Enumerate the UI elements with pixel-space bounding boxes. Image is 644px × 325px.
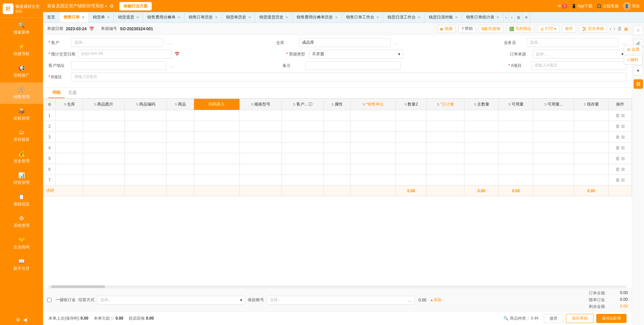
horizontal-scrollbar[interactable] — [48, 285, 627, 288]
sidebar-settings-icon[interactable]: ⚙ — [16, 317, 21, 322]
table-cell[interactable] — [56, 143, 83, 153]
list-view-icon[interactable]: ☰ — [618, 27, 621, 31]
table-cell[interactable] — [239, 121, 281, 132]
address-ellipsis-icon[interactable]: … — [169, 63, 175, 68]
solution-button[interactable]: 体验行业方案 — [119, 2, 152, 10]
customer-input[interactable]: 选择... — [71, 38, 163, 47]
table-cell[interactable] — [464, 175, 499, 186]
warehouse-input[interactable]: 成品库 — [299, 38, 391, 47]
table-cell[interactable] — [239, 164, 281, 175]
tab-close-icon[interactable]: ✕ — [335, 15, 338, 19]
table-cell[interactable] — [533, 153, 574, 164]
table-cell[interactable] — [281, 164, 324, 175]
table-cell[interactable] — [395, 110, 427, 121]
table-cell[interactable] — [351, 175, 396, 186]
profit-btn[interactable]: 💹 毛利预估 — [506, 25, 534, 33]
inner-tab-summary[interactable]: 汇总 — [65, 88, 81, 98]
sidebar-item-operations[interactable]: 📊 经营管理 — [0, 168, 43, 190]
table-cell[interactable] — [574, 164, 609, 175]
table-cell[interactable] — [351, 143, 396, 153]
table-cell[interactable] — [574, 110, 609, 121]
row-delete-icon[interactable]: 🗑 — [615, 167, 620, 172]
settings-panel-btn[interactable]: ⚙ 设置 — [624, 45, 632, 54]
topbar-online-service[interactable]: 🎧 在线客服 — [597, 3, 619, 9]
sort-icon[interactable]: ⇅ — [293, 103, 296, 106]
table-cell[interactable] — [351, 164, 396, 175]
tab-close-icon[interactable]: ✕ — [248, 15, 251, 19]
tab-close-icon[interactable]: ✕ — [455, 15, 458, 19]
row-delete-icon[interactable]: 🗑 — [615, 134, 620, 139]
add-material-btn[interactable]: + 物料 — [624, 55, 632, 65]
table-cell[interactable] — [427, 153, 464, 164]
right-panel-btn-1[interactable]: ☆ — [634, 26, 643, 35]
tab-close-all-btn[interactable]: ✕ — [523, 12, 530, 23]
table-cell[interactable] — [324, 175, 350, 186]
table-cell[interactable] — [281, 121, 324, 132]
table-cell[interactable] — [464, 164, 499, 175]
sort-icon[interactable]: ⇅ — [583, 103, 586, 106]
account-select[interactable]: 选择... … — [267, 296, 415, 304]
right-panel-btn-5[interactable]: 🖼 — [634, 79, 643, 89]
table-cell[interactable] — [125, 153, 167, 164]
tab-close-icon[interactable]: ✕ — [136, 15, 139, 19]
table-cell[interactable] — [83, 164, 125, 175]
tab-sales-expense[interactable]: 销售费用分摊单 ✕ — [143, 12, 185, 23]
table-cell[interactable] — [194, 164, 239, 175]
row-delete-icon[interactable]: 🗑 — [615, 177, 620, 182]
tab-daily-reconcile[interactable]: 钱货日清对账 ✕ — [425, 12, 462, 23]
topbar-message[interactable]: ✉ 9 — [558, 4, 567, 8]
th-scan[interactable]: 扫码录入 — [194, 99, 239, 110]
tab-close-icon[interactable]: ✕ — [215, 15, 218, 19]
table-cell[interactable] — [167, 110, 194, 121]
sort-icon[interactable]: ⇅ — [544, 103, 547, 106]
scrollbar-thumb[interactable] — [51, 285, 105, 288]
a-project-input[interactable]: 请输入A项目 — [531, 61, 627, 70]
column-settings-icon[interactable]: ⚙ — [48, 102, 51, 107]
table-cell[interactable] — [125, 175, 167, 186]
table-cell[interactable] — [464, 121, 499, 132]
table-cell[interactable] — [281, 175, 324, 186]
sidebar-item-system[interactable]: ⚙ 系统管理 — [0, 211, 43, 233]
table-cell[interactable] — [427, 132, 464, 143]
tab-close-icon[interactable]: ✕ — [107, 15, 110, 19]
table-cell[interactable] — [56, 121, 83, 132]
customer-address-input[interactable] — [71, 61, 166, 70]
row-copy-icon[interactable]: ⊞ — [621, 156, 625, 161]
table-cell[interactable] — [499, 153, 533, 164]
operate-btn[interactable]: 操作 — [562, 25, 576, 33]
customer-ellipsis-icon[interactable]: … — [166, 40, 171, 45]
table-cell[interactable] — [324, 110, 350, 121]
table-cell[interactable] — [351, 153, 396, 164]
tab-close-icon[interactable]: ✕ — [82, 15, 84, 19]
tab-invoice-history[interactable]: 销货单历史 ✕ — [222, 12, 255, 23]
tab-sales-invoice[interactable]: 销货单 ✕ — [89, 12, 114, 23]
table-cell[interactable] — [499, 143, 533, 153]
table-cell[interactable] — [427, 121, 464, 132]
warehouse-ellipsis-icon[interactable]: … — [393, 40, 399, 45]
table-cell[interactable] — [395, 143, 427, 153]
table-cell[interactable] — [351, 132, 396, 143]
table-cell[interactable] — [56, 110, 83, 121]
help-btn[interactable]: ? 帮助 — [458, 25, 476, 33]
tab-sales-order[interactable]: 销售订单 ✕ — [60, 12, 89, 23]
table-cell[interactable] — [239, 175, 281, 186]
table-cell[interactable] — [499, 175, 533, 186]
table-cell[interactable] — [194, 110, 239, 121]
sort-icon[interactable]: ⇅ — [175, 103, 177, 106]
table-cell[interactable] — [351, 121, 396, 132]
delivery-date-input[interactable]: yyyy-mm-dd — [78, 50, 172, 58]
tab-sales-order-history[interactable]: 销售订单历史 ✕ — [185, 12, 222, 23]
tab-expense-history[interactable]: 销售费用分摊单历史 ✕ — [293, 12, 342, 23]
th-settings[interactable]: ⚙ — [43, 99, 56, 110]
tab-close-icon[interactable]: ✕ — [376, 15, 379, 19]
topbar-user[interactable]: 👤 用友 — [623, 2, 640, 10]
sort-icon[interactable]: ⇅ — [94, 103, 97, 106]
table-cell[interactable] — [464, 153, 499, 164]
table-cell[interactable] — [533, 143, 574, 153]
sidebar-item-enterprise[interactable]: 🤝 企业协同 — [0, 233, 43, 254]
row-copy-icon[interactable]: ⊞ — [621, 167, 625, 172]
table-cell[interactable] — [533, 164, 574, 175]
sidebar-item-basic[interactable]: 📋 基础信息 — [0, 190, 43, 211]
table-cell[interactable] — [533, 110, 574, 121]
table-cell[interactable] — [56, 132, 83, 143]
